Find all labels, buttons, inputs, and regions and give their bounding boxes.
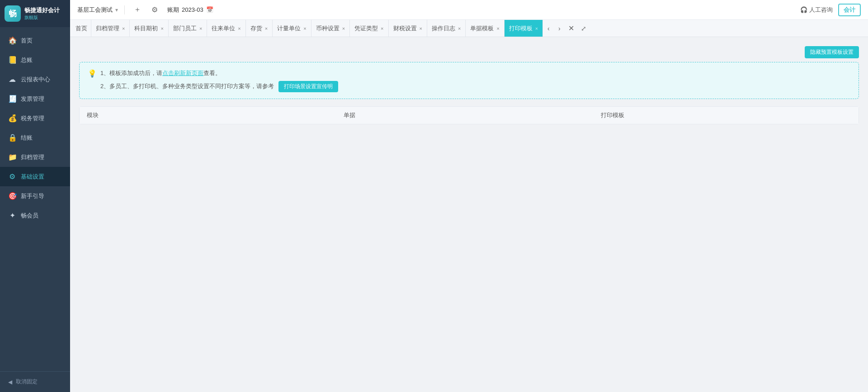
tab-partner[interactable]: 往来单位 ×	[207, 20, 245, 37]
project-chevron-icon: ▾	[115, 7, 118, 13]
sidebar-item-basic[interactable]: ⚙ 基础设置	[0, 167, 70, 186]
bulb-icon: 💡	[88, 69, 97, 78]
pin-icon: ◀	[8, 379, 12, 385]
topbar-divider	[124, 5, 125, 14]
print-scene-button[interactable]: 打印场景设置宣传明	[278, 81, 338, 92]
tab-partner-label: 往来单位	[212, 24, 235, 33]
tab-stock-label: 存货	[250, 24, 262, 33]
period-label: 账期	[167, 6, 179, 14]
tab-archive-close[interactable]: ×	[122, 26, 125, 31]
period-display: 账期 2023-03 📅	[167, 6, 213, 14]
sidebar-item-home[interactable]: 🏠 首页	[0, 31, 70, 50]
sidebar-item-archive[interactable]: 📁 归档管理	[0, 147, 70, 167]
tab-prev-button[interactable]: ‹	[543, 20, 554, 37]
sidebar-item-invoice[interactable]: 🧾 发票管理	[0, 89, 70, 109]
support-button[interactable]: 🎧 人工咨询	[800, 6, 833, 14]
project-selector[interactable]: 基层工会测试 ▾	[77, 6, 118, 14]
tab-oplog[interactable]: 操作日志 ×	[427, 20, 466, 37]
sidebar-item-label: 云报表中心	[21, 76, 50, 84]
sidebar-menu: 🏠 首页 📒 总账 ☁ 云报表中心 🧾 发票管理 💰 税务管理 🔒 结账 📁 归…	[0, 27, 70, 371]
kuaiji-button[interactable]: 会计	[838, 4, 861, 16]
tax-icon: 💰	[8, 114, 16, 123]
notice-box: 💡 1、模板添加成功后，请点击刷新新页面查看。 💡 2、多员工、多打印机、多种业…	[79, 62, 859, 99]
support-label: 人工咨询	[809, 6, 833, 14]
tab-expand-button[interactable]: ⤢	[577, 20, 590, 37]
logo-icon: 畅	[5, 5, 21, 22]
tab-printtpl[interactable]: 打印模板 ×	[505, 20, 543, 37]
sidebar-item-ledger[interactable]: 📒 总账	[0, 50, 70, 70]
footer-label: 取消固定	[16, 378, 38, 386]
notice-refresh-link[interactable]: 点击刷新新页面	[162, 70, 203, 76]
app-name: 畅捷通好会计	[24, 6, 60, 14]
tab-oplog-label: 操作日志	[432, 24, 455, 33]
table-container: 模块 单据 打印模板	[79, 106, 859, 124]
member-icon: ✦	[8, 211, 16, 220]
calendar-icon[interactable]: 📅	[206, 6, 213, 13]
headset-icon: 🎧	[800, 6, 807, 13]
tab-stock[interactable]: 存货 ×	[246, 20, 273, 37]
ledger-icon: 📒	[8, 56, 16, 64]
tab-partner-close[interactable]: ×	[238, 26, 241, 31]
tab-stock-close[interactable]: ×	[265, 26, 268, 31]
tab-archive[interactable]: 归档管理 ×	[91, 20, 130, 37]
sidebar-item-label: 发票管理	[21, 95, 44, 103]
notice-line1-suffix: 查看。	[203, 70, 221, 76]
tab-measure-label: 计量单位	[277, 24, 301, 33]
tab-dept-close[interactable]: ×	[199, 26, 202, 31]
sidebar-item-label: 畅会员	[21, 212, 38, 220]
sidebar-item-label: 结账	[21, 134, 33, 142]
logo-text: 畅捷通好会计 旗舰版	[24, 6, 60, 21]
sidebar-item-label: 基础设置	[21, 173, 44, 181]
logo-area: 畅 畅捷通好会计 旗舰版	[0, 0, 70, 27]
sidebar-item-member[interactable]: ✦ 畅会员	[0, 206, 70, 225]
notice-row-2: 💡 2、多员工、多打印机、多种业务类型设置不同打印方案等，请参考 打印场景设置宣…	[88, 81, 850, 92]
main-area: 基层工会测试 ▾ ＋ ⚙ 账期 2023-03 📅 🎧 人工咨询 会计 首页 归…	[70, 0, 868, 392]
app-badge: 旗舰版	[24, 14, 60, 21]
notice-line1-prefix: 1、模板添加成功后，请	[100, 70, 162, 76]
notice-line2-prefix: 2、多员工、多打印机、多种业务类型设置不同打印方案等，请参考	[100, 83, 274, 90]
sidebar-item-tax[interactable]: 💰 税务管理	[0, 109, 70, 128]
project-name: 基层工会测试	[77, 6, 113, 14]
tab-close-all-button[interactable]: ✕	[565, 20, 577, 37]
sidebar-item-label: 归档管理	[21, 153, 44, 161]
tab-voucher-label: 凭证类型	[354, 24, 378, 33]
print-template-table: 模块 单据 打印模板	[79, 106, 859, 124]
tab-measure[interactable]: 计量单位 ×	[273, 20, 311, 37]
tab-printtpl-label: 打印模板	[509, 24, 533, 33]
settle-icon: 🔒	[8, 133, 16, 142]
tab-currency[interactable]: 币种设置 ×	[311, 20, 350, 37]
guide-icon: 🎯	[8, 192, 16, 200]
sidebar-item-guide[interactable]: 🎯 新手引导	[0, 186, 70, 206]
tab-taxset-close[interactable]: ×	[420, 26, 422, 31]
tab-subject[interactable]: 科目期初 ×	[130, 20, 168, 37]
sidebar-footer[interactable]: ◀ 取消固定	[0, 371, 70, 392]
hide-template-settings-button[interactable]: 隐藏预置模板设置	[805, 46, 859, 58]
tab-voucher-close[interactable]: ×	[381, 26, 383, 31]
tab-next-button[interactable]: ›	[554, 20, 565, 37]
tab-measure-close[interactable]: ×	[303, 26, 306, 31]
invoice-icon: 🧾	[8, 94, 16, 103]
tab-singletpl[interactable]: 单据模板 ×	[466, 20, 504, 37]
sidebar-item-settle[interactable]: 🔒 结账	[0, 128, 70, 147]
settings-icon[interactable]: ⚙	[148, 4, 161, 16]
tab-subject-close[interactable]: ×	[160, 26, 163, 31]
add-tab-button[interactable]: ＋	[131, 4, 144, 16]
tab-currency-label: 币种设置	[316, 24, 340, 33]
tab-home-label: 首页	[75, 24, 87, 33]
sidebar-item-report[interactable]: ☁ 云报表中心	[0, 70, 70, 89]
col-module: 模块	[80, 106, 337, 124]
hide-btn-row: 隐藏预置模板设置	[79, 46, 859, 58]
period-value: 2023-03	[182, 6, 203, 13]
tab-currency-close[interactable]: ×	[342, 26, 345, 31]
tab-dept[interactable]: 部门员工 ×	[169, 20, 207, 37]
tab-voucher[interactable]: 凭证类型 ×	[350, 20, 388, 37]
sidebar-item-label: 税务管理	[21, 114, 44, 123]
tab-taxset[interactable]: 财税设置 ×	[389, 20, 427, 37]
tab-singletpl-close[interactable]: ×	[496, 26, 499, 31]
tab-printtpl-close[interactable]: ×	[535, 26, 538, 31]
tab-archive-label: 归档管理	[96, 24, 119, 33]
table-header-row: 模块 单据 打印模板	[80, 106, 859, 124]
tab-home[interactable]: 首页	[72, 20, 91, 37]
tab-oplog-close[interactable]: ×	[458, 26, 461, 31]
basic-icon: ⚙	[8, 172, 16, 181]
